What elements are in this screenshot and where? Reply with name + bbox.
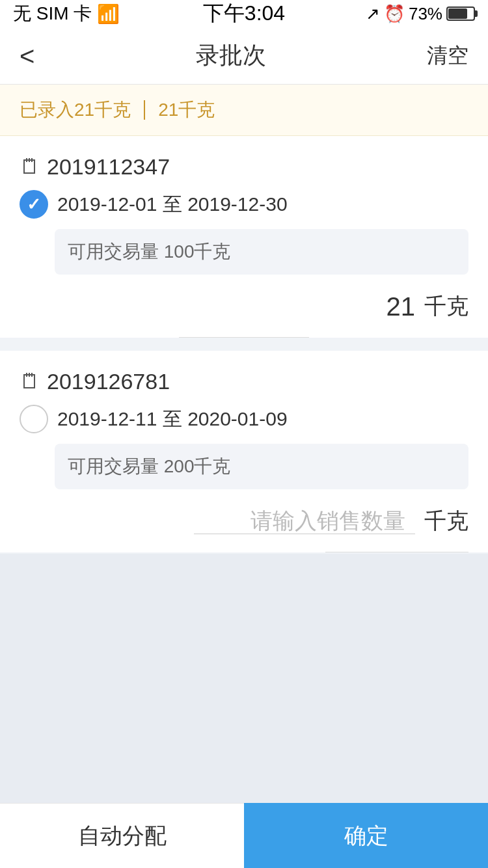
section-divider-2: [325, 552, 468, 552]
back-button[interactable]: <: [20, 43, 34, 69]
unit-label-2: 千克: [424, 506, 468, 536]
radio-unselected-2[interactable]: [20, 405, 48, 433]
input-row-2: 千克: [0, 496, 488, 549]
clear-button[interactable]: 清空: [427, 42, 468, 70]
quantity-value-1: 21: [386, 292, 416, 321]
empty-area: [0, 554, 488, 803]
batch-header-1: 🗒 2019112347: [0, 136, 488, 186]
batch-date-1: 2019-12-01 至 2019-12-30: [57, 191, 288, 218]
batch-availability-2: 可用交易量 200千克: [55, 444, 468, 489]
batch-id-1: 2019112347: [47, 154, 170, 180]
status-left: 无 SIM 卡 📶: [13, 1, 120, 26]
status-time: 下午3:04: [203, 0, 285, 28]
main-content: 已录入21千克 21千克 🗒 2019112347 2019-12-01 至 2…: [0, 85, 488, 803]
alarm-icon: ⏰: [384, 4, 405, 24]
batch-card-1: 🗒 2019112347 2019-12-01 至 2019-12-30 可用交…: [0, 136, 488, 338]
battery-icon: [446, 7, 475, 21]
batch-header-2: 🗒 2019126781: [0, 351, 488, 401]
unit-label-1: 千克: [424, 292, 468, 321]
batch-row-2[interactable]: 2019-12-11 至 2020-01-09: [0, 401, 488, 440]
auto-distribute-button[interactable]: 自动分配: [0, 803, 244, 868]
section-divider-1: [179, 337, 309, 338]
status-bar: 无 SIM 卡 📶 下午3:04 ↗ ⏰ 73%: [0, 0, 488, 27]
input-row-1: 21 千克: [0, 281, 488, 334]
batch-id-icon-1: 🗒: [20, 155, 40, 179]
total-amount: 21千克: [158, 98, 215, 122]
batch-date-2: 2019-12-11 至 2020-01-09: [57, 406, 288, 433]
quantity-input-2[interactable]: [194, 508, 415, 534]
status-right: ↗ ⏰ 73%: [366, 4, 475, 24]
batch-id-2: 2019126781: [47, 369, 170, 394]
wifi-icon: 📶: [97, 3, 120, 25]
location-icon: ↗: [366, 4, 380, 24]
summary-divider: [144, 100, 145, 120]
carrier-text: 无 SIM 卡: [13, 1, 92, 26]
confirm-button[interactable]: 确定: [244, 803, 488, 868]
batch-card-2: 🗒 2019126781 2019-12-11 至 2020-01-09 可用交…: [0, 351, 488, 552]
nav-bar: < 录批次 清空: [0, 27, 488, 85]
page-title: 录批次: [196, 40, 266, 72]
bottom-bar: 自动分配 确定: [0, 803, 488, 868]
recorded-amount: 已录入21千克: [20, 98, 131, 122]
batch-id-icon-2: 🗒: [20, 370, 40, 394]
batch-row-1[interactable]: 2019-12-01 至 2019-12-30: [0, 186, 488, 225]
summary-bar: 已录入21千克 21千克: [0, 85, 488, 136]
radio-selected-1[interactable]: [20, 190, 48, 219]
batch-availability-1: 可用交易量 100千克: [55, 229, 468, 275]
battery-percent: 73%: [409, 4, 442, 24]
quantity-input-area-2[interactable]: [194, 508, 415, 534]
